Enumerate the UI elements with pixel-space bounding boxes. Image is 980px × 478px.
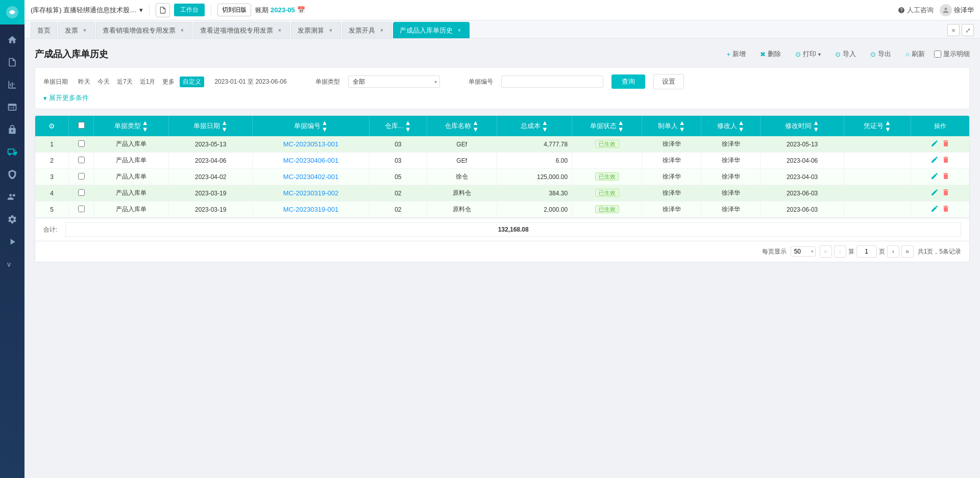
tab-home[interactable]: 首页	[31, 22, 57, 38]
row-checkbox-cell[interactable]	[68, 202, 93, 218]
delete-button[interactable]: ✖ 删除	[755, 47, 786, 61]
sidebar-item-home[interactable]	[0, 29, 24, 51]
row-number[interactable]: MC-20230402-001	[252, 169, 369, 185]
row-delete-button[interactable]	[942, 139, 950, 149]
tab-invoice-calc[interactable]: 发票测算 ×	[291, 22, 341, 38]
row-edit-button[interactable]	[930, 139, 939, 149]
th-warehouse-name[interactable]: 仓库名称 ▲▼	[427, 116, 497, 136]
settings-icon[interactable]: ⚙	[48, 122, 55, 130]
th-type[interactable]: 单据类型 ▲▼	[94, 116, 169, 136]
sidebar-item-warehouse[interactable]	[0, 141, 24, 163]
row-checkbox[interactable]	[78, 206, 85, 212]
th-modify-time[interactable]: 修改时间 ▲▼	[761, 116, 844, 136]
expand-more-btn[interactable]: ▾ 展开更多条件	[43, 93, 961, 103]
row-checkbox-cell[interactable]	[68, 136, 93, 153]
sidebar-item-badge[interactable]	[0, 163, 24, 186]
page-input[interactable]	[856, 245, 877, 258]
switch-version-button[interactable]: 切到旧版	[217, 4, 251, 16]
date-option-1month[interactable]: 近1月	[138, 77, 158, 87]
th-voucher[interactable]: 凭证号 ▲▼	[844, 116, 911, 136]
per-page-select[interactable]: 20 50 100	[791, 246, 816, 257]
th-date[interactable]: 单据日期 ▲▼	[169, 116, 253, 136]
th-warehouse-id[interactable]: 仓库... ▲▼	[370, 116, 427, 136]
help-button[interactable]: 人工咨询	[898, 6, 934, 15]
refresh-button[interactable]: ○ 刷新	[900, 47, 930, 61]
import-button[interactable]: ⊙ 导入	[830, 47, 861, 61]
th-modifier[interactable]: 修改人 ▲▼	[701, 116, 761, 136]
date-option-today[interactable]: 今天	[95, 77, 112, 87]
tab-check-sales[interactable]: 查看销项增值税专用发票 ×	[96, 22, 192, 38]
row-number-link[interactable]: MC-20230402-001	[283, 173, 338, 181]
date-option-7days[interactable]: 近7天	[115, 77, 135, 87]
tab-invoice-open[interactable]: 发票开具 ×	[342, 22, 392, 38]
row-number[interactable]: MC-20230319-002	[252, 185, 369, 202]
sidebar-item-doc[interactable]	[0, 51, 24, 73]
tab-invoice[interactable]: 发票 ×	[58, 22, 95, 38]
th-maker[interactable]: 制单人 ▲▼	[642, 116, 701, 136]
tabbar-close-all[interactable]: ×	[947, 24, 960, 36]
sidebar-item-settings[interactable]	[0, 208, 24, 231]
tab-invoice-open-close[interactable]: ×	[378, 27, 385, 34]
row-edit-button[interactable]	[930, 156, 939, 165]
sidebar-item-people[interactable]	[0, 186, 24, 208]
last-page-button[interactable]: »	[901, 245, 914, 258]
row-delete-button[interactable]	[942, 205, 950, 214]
row-delete-button[interactable]	[942, 188, 950, 198]
row-number-link[interactable]: MC-20230406-001	[283, 157, 338, 164]
row-delete-button[interactable]	[942, 172, 950, 182]
first-page-button[interactable]: «	[820, 245, 832, 258]
number-input[interactable]	[501, 76, 603, 88]
row-checkbox[interactable]	[78, 140, 85, 147]
row-checkbox[interactable]	[78, 189, 85, 196]
row-edit-button[interactable]	[930, 205, 939, 214]
row-edit-button[interactable]	[930, 172, 939, 182]
doc-button[interactable]	[156, 3, 170, 17]
sidebar-item-chart[interactable]	[0, 73, 24, 96]
row-checkbox-cell[interactable]	[68, 169, 93, 185]
row-checkbox-cell[interactable]	[68, 185, 93, 202]
row-edit-button[interactable]	[930, 188, 939, 198]
tab-invoice-close[interactable]: ×	[81, 27, 88, 34]
th-checkbox[interactable]	[68, 116, 93, 136]
type-select[interactable]: 全部 产品入库单	[348, 76, 440, 88]
sidebar-item-play[interactable]	[0, 231, 24, 253]
th-status[interactable]: 单据状态 ▲▼	[572, 116, 642, 136]
row-checkbox-cell[interactable]	[68, 153, 93, 169]
user-menu[interactable]: 徐泽华	[940, 4, 974, 16]
date-option-custom[interactable]: 自定义	[180, 77, 204, 87]
show-detail-checkbox[interactable]	[934, 51, 941, 58]
select-all-checkbox[interactable]	[78, 122, 85, 129]
row-number[interactable]: MC-20230319-001	[252, 202, 369, 218]
row-checkbox[interactable]	[78, 157, 85, 163]
th-settings[interactable]: ⚙	[35, 116, 68, 136]
tabbar-maximize[interactable]: ⤢	[962, 24, 974, 36]
tab-invoice-calc-close[interactable]: ×	[327, 27, 334, 34]
th-number[interactable]: 单据编号 ▲▼	[252, 116, 369, 136]
tab-product-storage-history-close[interactable]: ×	[456, 27, 463, 34]
prev-page-button[interactable]: ‹	[834, 245, 846, 258]
row-number-link[interactable]: MC-20230319-002	[283, 189, 338, 197]
company-name[interactable]: (库存核算) 直播轻绑通信息技术股份... ▾	[31, 6, 143, 15]
row-number-link[interactable]: MC-20230319-001	[283, 206, 338, 213]
sidebar-item-version[interactable]: V	[0, 253, 24, 275]
tab-check-purchase[interactable]: 查看进项增值税专用发票 ×	[193, 22, 290, 38]
next-page-button[interactable]: ›	[887, 245, 899, 258]
row-number-link[interactable]: MC-20230513-001	[283, 140, 338, 148]
export-button[interactable]: ⊙ 导出	[865, 47, 896, 61]
show-detail-toggle[interactable]: 显示明细	[934, 49, 970, 59]
setting-button[interactable]: 设置	[653, 74, 684, 89]
sidebar-item-lock[interactable]	[0, 118, 24, 141]
tab-product-storage-history[interactable]: 产成品入库单历史 ×	[393, 22, 470, 38]
new-button[interactable]: + 新增	[722, 47, 751, 61]
th-cost[interactable]: 总成本 ▲▼	[497, 116, 572, 136]
query-button[interactable]: 查询	[611, 74, 645, 89]
row-number[interactable]: MC-20230406-001	[252, 153, 369, 169]
sidebar-item-invoice[interactable]	[0, 96, 24, 118]
print-button[interactable]: ⊙ 打印 ▾	[790, 47, 826, 61]
app-logo[interactable]	[0, 0, 24, 24]
row-checkbox[interactable]	[78, 173, 85, 180]
row-number[interactable]: MC-20230513-001	[252, 136, 369, 153]
tab-check-purchase-close[interactable]: ×	[276, 27, 283, 34]
tab-check-sales-close[interactable]: ×	[179, 27, 186, 34]
workbench-button[interactable]: 工作台	[174, 4, 205, 16]
